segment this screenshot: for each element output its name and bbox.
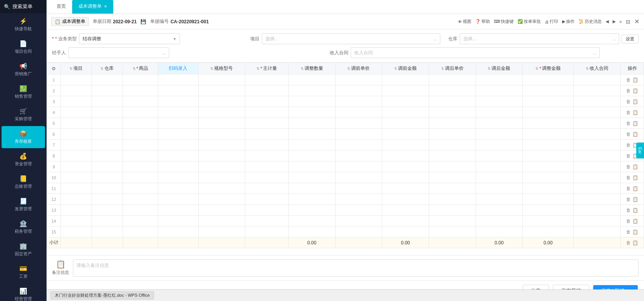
- cell-adj-amount[interactable]: [523, 194, 574, 205]
- col-scan[interactable]: 扫码录入: [158, 63, 198, 74]
- cell-after-amount[interactable]: [476, 150, 523, 161]
- cell-adj-qty[interactable]: [288, 74, 335, 85]
- cell-income-contract[interactable]: [574, 118, 621, 129]
- cell-adj-qty[interactable]: [288, 216, 335, 227]
- cell-scan[interactable]: [158, 140, 198, 150]
- cell-scan[interactable]: [158, 205, 198, 216]
- cell-project[interactable]: [61, 140, 92, 150]
- cell-warehouse[interactable]: [92, 140, 123, 150]
- cell-prev-amount[interactable]: [382, 85, 429, 96]
- sidebar-item-sales-mgmt[interactable]: 💹销售管理: [2, 81, 45, 103]
- cell-spec[interactable]: [198, 96, 245, 107]
- cell-project[interactable]: [61, 96, 92, 107]
- cell-after-unit-price[interactable]: [429, 107, 476, 118]
- cell-prev-amount[interactable]: [382, 140, 429, 150]
- row-copy-icon[interactable]: 📋: [632, 175, 638, 180]
- cell-scan[interactable]: [158, 118, 198, 129]
- cell-project[interactable]: [61, 150, 92, 161]
- cell-after-amount[interactable]: [476, 172, 523, 183]
- cell-income-contract[interactable]: [574, 183, 621, 194]
- cell-product[interactable]: [123, 118, 158, 129]
- tab-home[interactable]: 首页: [50, 0, 72, 14]
- cell-spec[interactable]: [198, 183, 245, 194]
- tab-cost-adjust[interactable]: 成本调整单 ✕: [72, 0, 113, 14]
- cell-warehouse[interactable]: [92, 216, 123, 227]
- sidebar-item-ledger-mgmt[interactable]: 📒总账管理: [2, 171, 45, 193]
- cell-product[interactable]: [123, 172, 158, 183]
- cell-project[interactable]: [61, 74, 92, 85]
- cell-warehouse[interactable]: [92, 107, 123, 118]
- cell-scan[interactable]: [158, 227, 198, 237]
- cell-spec[interactable]: [198, 74, 245, 85]
- cell-spec[interactable]: [198, 150, 245, 161]
- row-copy-icon[interactable]: 📋: [632, 77, 638, 83]
- cell-scan[interactable]: [158, 85, 198, 96]
- row-delete-icon[interactable]: 🗑: [626, 121, 631, 126]
- cell-product[interactable]: [123, 96, 158, 107]
- cell-spec[interactable]: [198, 216, 245, 227]
- cell-product[interactable]: [123, 194, 158, 205]
- cell-adj-qty[interactable]: [288, 107, 335, 118]
- row-copy-icon[interactable]: 📋: [632, 110, 638, 115]
- action-print[interactable]: 🖨 打印: [545, 19, 558, 24]
- cell-income-contract[interactable]: [574, 161, 621, 172]
- business-type-input[interactable]: 结存调整 ▼: [79, 33, 180, 44]
- cell-spec[interactable]: [198, 107, 245, 118]
- row-copy-icon[interactable]: 📋: [632, 88, 638, 93]
- cell-adj-amount[interactable]: [523, 216, 574, 227]
- cell-prev-amount[interactable]: [382, 227, 429, 237]
- cell-warehouse[interactable]: [92, 227, 123, 237]
- cell-spec[interactable]: [198, 85, 245, 96]
- row-delete-icon[interactable]: 🗑: [626, 142, 631, 148]
- cell-prev-unit-price[interactable]: [335, 194, 382, 205]
- cell-project[interactable]: [61, 118, 92, 129]
- cell-product[interactable]: [123, 85, 158, 96]
- cell-prev-amount[interactable]: [382, 194, 429, 205]
- cell-income-contract[interactable]: [574, 85, 621, 96]
- cell-warehouse[interactable]: [92, 150, 123, 161]
- cell-project[interactable]: [61, 85, 92, 96]
- cell-income-contract[interactable]: [574, 227, 621, 237]
- cell-after-unit-price[interactable]: [429, 161, 476, 172]
- tab-close-icon[interactable]: ✕: [104, 4, 107, 9]
- cell-prev-unit-price[interactable]: [335, 140, 382, 150]
- project-input[interactable]: 选择... ...: [262, 33, 441, 44]
- cell-prev-unit-price[interactable]: [335, 227, 382, 237]
- cell-adj-amount[interactable]: [523, 118, 574, 129]
- cell-project[interactable]: [61, 216, 92, 227]
- sidebar-search[interactable]: 🔍 搜索菜单: [0, 0, 47, 13]
- cell-after-unit-price[interactable]: [429, 74, 476, 85]
- cell-income-contract[interactable]: [574, 194, 621, 205]
- cell-prev-unit-price[interactable]: [335, 183, 382, 194]
- cell-adj-qty[interactable]: [288, 129, 335, 140]
- cell-adj-qty[interactable]: [288, 172, 335, 183]
- cell-income-contract[interactable]: [574, 140, 621, 150]
- cell-adj-amount[interactable]: [523, 172, 574, 183]
- cell-product[interactable]: [123, 205, 158, 216]
- income-contract-input[interactable]: 收入合同 ...: [351, 47, 600, 58]
- action-history[interactable]: 📜 历史消息: [578, 19, 602, 24]
- cell-after-unit-price[interactable]: [429, 118, 476, 129]
- handler-input[interactable]: ...: [68, 47, 169, 58]
- cell-after-amount[interactable]: [476, 85, 523, 96]
- nav-prev-icon[interactable]: ◀: [606, 19, 609, 24]
- cell-after-amount[interactable]: [476, 96, 523, 107]
- cell-spec[interactable]: [198, 118, 245, 129]
- cell-after-unit-price[interactable]: [429, 85, 476, 96]
- row-delete-icon[interactable]: 🗑: [626, 131, 631, 137]
- cell-project[interactable]: [61, 205, 92, 216]
- row-delete-icon[interactable]: 🗑: [626, 88, 631, 93]
- cell-unit[interactable]: [245, 194, 289, 205]
- cell-adj-qty[interactable]: [288, 194, 335, 205]
- row-copy-icon[interactable]: 📋: [632, 229, 638, 235]
- cell-adj-qty[interactable]: [288, 118, 335, 129]
- cell-adj-amount[interactable]: [523, 227, 574, 237]
- row-delete-icon[interactable]: 🗑: [626, 164, 631, 170]
- cell-income-contract[interactable]: [574, 96, 621, 107]
- sidebar-item-invoice-mgmt[interactable]: 🧾发票管理: [2, 194, 45, 216]
- cell-warehouse[interactable]: [92, 161, 123, 172]
- cell-adj-qty[interactable]: [288, 161, 335, 172]
- cell-unit[interactable]: [245, 216, 289, 227]
- row-copy-icon[interactable]: 📋: [632, 218, 638, 224]
- cell-prev-unit-price[interactable]: [335, 161, 382, 172]
